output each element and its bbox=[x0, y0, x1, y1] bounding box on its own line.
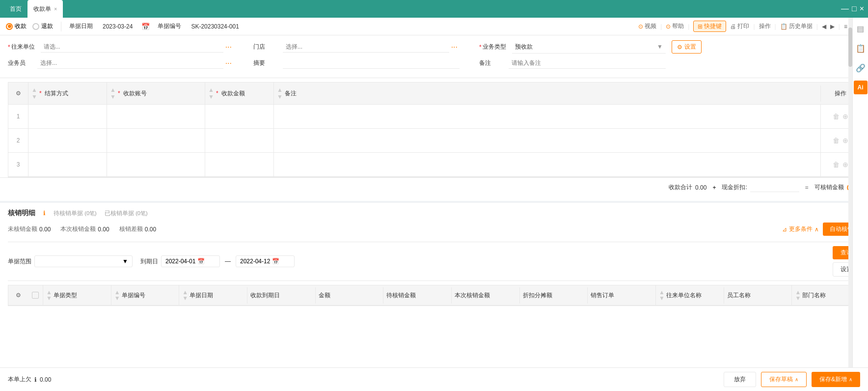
nav-next-action[interactable]: ▶ bbox=[830, 23, 835, 30]
close-tab-icon[interactable]: × bbox=[54, 6, 57, 12]
operation-action[interactable]: 操作 bbox=[759, 22, 771, 30]
done-tab[interactable]: 已核销单据 (0笔) bbox=[105, 209, 148, 218]
th-sort-amount: ▲▼ bbox=[208, 86, 214, 100]
pending-tab[interactable]: 待核销单据 (0笔) bbox=[54, 209, 97, 218]
history-icon: 📋 bbox=[780, 23, 787, 30]
business-type-field: * 业务类型 预收款 ▼ bbox=[479, 41, 666, 54]
delete-row-1-icon[interactable]: 🗑 bbox=[833, 112, 840, 120]
td-settlement-3[interactable] bbox=[28, 153, 107, 176]
td-account-2[interactable] bbox=[107, 129, 205, 152]
verify-table-checkbox-all[interactable] bbox=[28, 292, 43, 299]
td-account-3[interactable] bbox=[107, 153, 205, 176]
radio-shoukuan[interactable]: 收款 bbox=[6, 22, 27, 30]
nav-prev-action[interactable]: ◀ bbox=[822, 23, 826, 30]
date-value[interactable]: 2023-03-24 bbox=[103, 23, 133, 30]
table-row: 3 🗑 ⊕ bbox=[8, 153, 860, 177]
td-settlement-2[interactable] bbox=[28, 129, 107, 152]
td-amount-1[interactable] bbox=[205, 105, 273, 128]
date-to-picker[interactable]: 2022-04-12 📅 bbox=[236, 255, 295, 267]
td-remark-1[interactable] bbox=[273, 105, 820, 128]
sidebar-link-icon[interactable]: 🔗 bbox=[854, 61, 868, 75]
td-amount-2[interactable] bbox=[205, 129, 273, 152]
salesperson-ellipsis-btn[interactable]: ··· bbox=[223, 59, 234, 68]
td-amount-3[interactable] bbox=[205, 153, 273, 176]
video-action[interactable]: ⊙ 视频 bbox=[638, 22, 656, 30]
nav-tab-shoukudan[interactable]: 收款单 × bbox=[27, 0, 63, 18]
radio-tuikuan[interactable]: 退款 bbox=[32, 22, 53, 30]
filter-icon: ⊿ bbox=[782, 226, 787, 233]
top-navigation: 首页 收款单 × — □ × bbox=[0, 0, 868, 18]
verify-section: 核销明细 ℹ 待核销单据 (0笔) 已核销单据 (0笔) 未核销金额 0.00 … bbox=[0, 201, 868, 312]
total-label: 收款合计 bbox=[669, 183, 692, 192]
calendar-icon[interactable]: 📅 bbox=[141, 23, 150, 30]
pending-tab-label: 待核销单据 bbox=[54, 210, 83, 217]
sidebar-doc-icon[interactable]: 📋 bbox=[854, 41, 868, 55]
scroll-thumb[interactable] bbox=[848, 28, 852, 67]
form-settings-button[interactable]: ⚙ 设置 bbox=[672, 40, 702, 54]
store-ellipsis-btn[interactable]: ··· bbox=[449, 43, 460, 52]
copy-row-3-icon[interactable]: ⊕ bbox=[842, 161, 848, 168]
remark-field: 备注 bbox=[479, 57, 666, 69]
sidebar-table-icon[interactable]: ▤ bbox=[854, 22, 868, 35]
right-sidebar: ▤ 📋 🔗 Ai bbox=[852, 18, 868, 391]
calendar-from-icon: 📅 bbox=[197, 258, 205, 265]
print-action[interactable]: 🖨 打印 bbox=[730, 22, 749, 30]
discount-input[interactable] bbox=[750, 183, 799, 192]
number-field: 单据编号 SK-20230324-001 bbox=[158, 22, 239, 30]
window-max-icon[interactable]: □ bbox=[852, 4, 857, 13]
range-label: 单据范围 bbox=[8, 257, 31, 266]
video-icon: ⊙ bbox=[638, 23, 643, 30]
td-settlement-1[interactable] bbox=[28, 105, 107, 128]
history-action[interactable]: 📋 历史单据 bbox=[780, 22, 813, 30]
verify-table-settings-icon[interactable]: ⚙ bbox=[8, 288, 28, 303]
discard-button[interactable]: 放弃 bbox=[724, 372, 756, 387]
window-min-icon[interactable]: — bbox=[841, 4, 849, 13]
copy-row-1-icon[interactable]: ⊕ bbox=[842, 112, 848, 120]
radio-shoukuan-dot bbox=[6, 23, 13, 30]
table-settings-icon[interactable]: ⚙ bbox=[8, 86, 28, 101]
business-type-select[interactable]: 预收款 ▼ bbox=[512, 41, 666, 54]
nav-tab-home[interactable]: 首页 bbox=[4, 0, 27, 18]
store-input[interactable] bbox=[283, 41, 449, 53]
delete-row-2-icon[interactable]: 🗑 bbox=[833, 137, 840, 144]
uncancelled-label: 未核销金额 bbox=[8, 225, 37, 233]
th-account-label: 收款账号 bbox=[123, 89, 147, 98]
current-owe-info-icon[interactable]: ℹ bbox=[34, 376, 37, 383]
date-from-picker[interactable]: 2022-04-01 📅 bbox=[161, 255, 220, 267]
date-label: 单据日期 bbox=[69, 22, 93, 30]
verify-stats: 未核销金额 0.00 本次核销金额 0.00 核销差额 0.00 ⊿ 更多条件 … bbox=[8, 223, 860, 236]
sidebar-ai-icon[interactable]: Ai bbox=[854, 81, 868, 94]
pending-tab-count: (0笔) bbox=[84, 210, 96, 216]
menu-icon-action[interactable]: ≡ bbox=[844, 23, 847, 30]
uncancelled-stat: 未核销金额 0.00 bbox=[8, 225, 51, 233]
summary-input[interactable] bbox=[283, 57, 460, 69]
shortcut-button[interactable]: ⊞ 快捷键 bbox=[693, 21, 726, 32]
copy-row-2-icon[interactable]: ⊕ bbox=[842, 137, 848, 144]
bth-doc-date: ▲▼ 单据日期 bbox=[179, 285, 247, 305]
th-settlement: ▲▼ * 结算方式 bbox=[28, 83, 107, 104]
salesperson-label: 业务员 bbox=[8, 59, 37, 67]
window-close-icon[interactable]: × bbox=[860, 4, 864, 13]
bth-partner-name: ▲▼ 往来单位名称 bbox=[655, 285, 724, 305]
remark-input[interactable] bbox=[509, 57, 666, 69]
scrollbar[interactable] bbox=[848, 18, 852, 391]
partner-input[interactable] bbox=[41, 41, 223, 53]
bth-doc-type: ▲▼ 单据类型 bbox=[43, 285, 111, 305]
bth-amount-label: 金额 bbox=[319, 291, 330, 300]
salesperson-input[interactable] bbox=[37, 57, 223, 69]
verify-info-icon[interactable]: ℹ bbox=[43, 210, 46, 217]
calendar-to-icon: 📅 bbox=[272, 258, 279, 265]
remark-label: 备注 bbox=[479, 59, 509, 67]
td-account-1[interactable] bbox=[107, 105, 205, 128]
save-draft-button[interactable]: 保存草稿 ∧ bbox=[761, 372, 807, 387]
partner-ellipsis-btn[interactable]: ··· bbox=[223, 43, 234, 52]
td-remark-3[interactable] bbox=[273, 153, 820, 176]
td-remark-2[interactable] bbox=[273, 129, 820, 152]
save-new-button[interactable]: 保存&新增 ∧ bbox=[812, 372, 860, 387]
toolbar-right-actions: ⊙ 视频 | ⊙ 帮助 | ⊞ 快捷键 🖨 打印 | 操作 | � bbox=[638, 21, 862, 32]
date-from-value: 2022-04-01 bbox=[165, 258, 195, 265]
help-action[interactable]: ⊙ 帮助 bbox=[666, 22, 684, 30]
more-filter-button[interactable]: ⊿ 更多条件 ∧ bbox=[782, 225, 819, 233]
range-select[interactable]: ▼ bbox=[34, 255, 133, 267]
delete-row-3-icon[interactable]: 🗑 bbox=[833, 161, 840, 168]
